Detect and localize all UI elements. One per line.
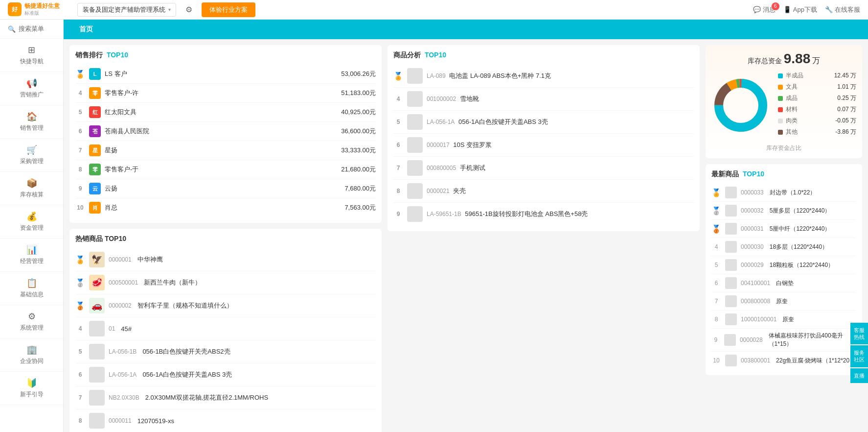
product-thumbnail bbox=[89, 344, 105, 360]
sidebar-item-enterprise[interactable]: 🏢 企业协同 bbox=[0, 338, 63, 372]
product-code: 0000001 bbox=[109, 256, 132, 263]
sidebar-label-system: 系统管理 bbox=[20, 324, 44, 332]
customer-value: 7,563.00元 bbox=[344, 203, 376, 212]
purchase-icon: 🛒 bbox=[26, 144, 37, 155]
logo-icon: 好 bbox=[8, 2, 22, 16]
sidebar-item-sales[interactable]: 🏠 销售管理 bbox=[0, 105, 63, 139]
customer-name: LS 客户 bbox=[105, 70, 337, 78]
table-row: 5 LA-056-1A 056-1A白色按键开关盖ABS 3壳 bbox=[393, 111, 694, 134]
live-broadcast-button[interactable]: 直播 bbox=[850, 368, 868, 383]
hot-products-panel: 热销商品 TOP10 🏅 🦅 0000001 中华神鹰 🥈 bbox=[69, 229, 382, 432]
list-item: 9 0000028 体械嘉枝味苏打饮品400毫升（1*15） bbox=[711, 329, 856, 352]
logo-text: 畅捷通好生意 bbox=[24, 2, 60, 9]
product-thumbnail bbox=[725, 259, 737, 271]
list-item: 🥈 0000032 5厘多层（1220*2440） bbox=[711, 202, 856, 220]
customer-name: 零售客户-于 bbox=[105, 165, 337, 174]
customer-rank-list: 🏅 L LS 客户 53,006.26元 4 零 零售客户-许 51,183.0… bbox=[75, 65, 376, 217]
product-code: LA-056-1A bbox=[109, 371, 137, 378]
legend-item-semifinished: 半成品 12.45 万 bbox=[778, 72, 856, 80]
sidebar-item-basic[interactable]: 📋 基础信息 bbox=[0, 272, 63, 305]
sidebar-item-operation[interactable]: 📊 经营管理 bbox=[0, 239, 63, 272]
list-item: 10 003800001 22g鱼豆腐·烧烤味（1*12*20） bbox=[711, 352, 856, 369]
product-name: 夹壳 bbox=[453, 187, 466, 194]
customer-badge: 零 bbox=[89, 164, 101, 175]
try-button[interactable]: 体验行业方案 bbox=[202, 2, 255, 17]
medal-bronze-icon: 🥉 bbox=[75, 301, 85, 311]
sidebar-label-purchase: 采购管理 bbox=[20, 157, 44, 166]
product-name: 手机测试 bbox=[460, 164, 485, 171]
list-item: 5 0000029 18颗粒板（1220*2440） bbox=[711, 256, 856, 274]
product-thumbnail bbox=[407, 137, 423, 153]
customer-hotline-button[interactable]: 客服热线 bbox=[850, 323, 868, 345]
inventory-value: 9.88 bbox=[784, 51, 811, 67]
legend-dot bbox=[778, 73, 783, 78]
product-code: NB2.0X30B bbox=[109, 394, 139, 401]
product-thumbnail bbox=[725, 277, 737, 289]
table-row: 9 LA-59651-1B 59651-1B旋转投影灯电池盒 ABS黑色+58壳 bbox=[393, 203, 694, 225]
customer-value: 33,333.00元 bbox=[341, 146, 376, 155]
sidebar-item-quick-nav[interactable]: ⊞ 快捷导航 bbox=[0, 39, 63, 72]
list-item: 🏅 0000033 封边带（1.0*22） bbox=[711, 184, 856, 202]
product-name: 5厘多层（1220*2440） bbox=[770, 207, 831, 215]
list-item: 4 0000030 18多层（1220*2440） bbox=[711, 238, 856, 256]
product-code: 001000002 bbox=[427, 96, 456, 102]
product-code: 000800008 bbox=[741, 298, 770, 305]
product-name: 5厘中纤（1220*2440） bbox=[770, 225, 831, 233]
message-button[interactable]: 💬 消息 6 bbox=[753, 5, 776, 14]
product-code: LA-056-1A bbox=[427, 119, 455, 125]
medal-bronze-icon: 🥉 bbox=[711, 224, 721, 234]
system-selector[interactable]: 装备及固定资产辅助管理系统 ▾ bbox=[77, 3, 176, 17]
sidebar-label-guide: 新手引导 bbox=[20, 390, 44, 399]
customer-badge: 零 bbox=[89, 87, 101, 99]
app-download-button[interactable]: 📱 App下载 bbox=[783, 5, 817, 14]
product-thumbnail bbox=[407, 206, 423, 222]
sidebar-label-marketing: 营销推广 bbox=[20, 91, 44, 99]
product-name: 056-1A白色按键开关盖ABS 3壳 bbox=[458, 118, 548, 125]
sidebar: 🔍 搜索菜单 ⊞ 快捷导航 📢 营销推广 🏠 销售管理 🛒 采购管理 📦 库存核… bbox=[0, 20, 64, 432]
online-service-button[interactable]: 🔧 在线客服 bbox=[825, 5, 860, 14]
medal-silver-icon: 🥈 bbox=[711, 206, 721, 216]
product-code: LA-089 bbox=[427, 72, 446, 79]
service-icon: 🔧 bbox=[825, 6, 833, 13]
service-community-button[interactable]: 服务社区 bbox=[850, 345, 868, 367]
sidebar-label-quick-nav: 快捷导航 bbox=[20, 57, 44, 66]
sidebar-item-inventory[interactable]: 📦 库存核算 bbox=[0, 172, 63, 205]
settings-button[interactable]: ⚙ bbox=[182, 3, 196, 17]
product-code: LA-59651-1B bbox=[427, 211, 461, 217]
sidebar-item-purchase[interactable]: 🛒 采购管理 bbox=[0, 139, 63, 172]
customer-name: 星扬 bbox=[105, 146, 337, 155]
product-name: 18多层（1220*2440） bbox=[770, 243, 828, 251]
product-name: 中华神鹰 bbox=[137, 255, 163, 264]
legend-dot bbox=[778, 130, 783, 135]
search-menu-item[interactable]: 🔍 搜索菜单 bbox=[0, 20, 63, 39]
product-thumbnail bbox=[89, 321, 105, 336]
operation-icon: 📊 bbox=[26, 244, 37, 255]
sidebar-label-inventory: 库存核算 bbox=[20, 191, 44, 199]
sidebar-label-basic: 基础信息 bbox=[20, 290, 44, 299]
sidebar-item-finance[interactable]: 💰 资金管理 bbox=[0, 205, 63, 239]
sidebar-label-enterprise: 企业协同 bbox=[20, 357, 44, 365]
product-name: 2.0X30MM双搓花轴,搓花直径2.1MM/ROHS bbox=[145, 393, 268, 402]
system-icon: ⚙ bbox=[28, 311, 36, 322]
sidebar-item-guide[interactable]: 🔰 新手引导 bbox=[0, 372, 63, 405]
product-thumbnail bbox=[407, 91, 423, 107]
product-name: 智利车子里（规格不知道填什么） bbox=[137, 301, 233, 310]
table-row: 8 零 零售客户-于 21,680.00元 bbox=[75, 160, 376, 179]
chevron-down-icon: ▾ bbox=[168, 7, 171, 12]
table-row: 4 零 零售客户-许 51,183.00元 bbox=[75, 84, 376, 103]
customer-rank-title: 销售排行 TOP10 bbox=[75, 51, 376, 60]
product-name: 白钢垫 bbox=[776, 279, 794, 288]
product-code: 0000031 bbox=[741, 225, 764, 232]
legend-item-material: 材料 0.07 万 bbox=[778, 105, 856, 114]
nav-home[interactable]: 首页 bbox=[71, 20, 101, 39]
legend-dot bbox=[778, 96, 783, 101]
sidebar-item-marketing[interactable]: 📢 营销推广 bbox=[0, 72, 63, 105]
list-item: 7 000800008 原奎 bbox=[711, 292, 856, 311]
product-thumbnail bbox=[725, 187, 737, 198]
sidebar-item-system[interactable]: ⚙ 系统管理 bbox=[0, 305, 63, 338]
legend-dot bbox=[778, 85, 783, 90]
customer-name: 苍南县人民医院 bbox=[105, 127, 337, 136]
inventory-title: 库存总资金 bbox=[748, 57, 782, 66]
product-thumbnail bbox=[407, 183, 423, 199]
product-code: 0000011 bbox=[109, 417, 132, 424]
